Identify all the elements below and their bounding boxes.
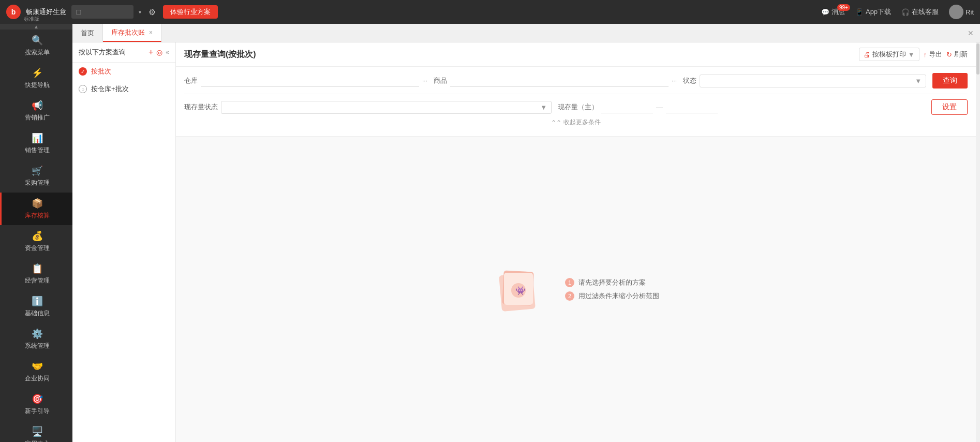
- sidebar-item-system[interactable]: ⚙️ 系统管理: [0, 323, 72, 356]
- filter-row-1: 仓库 ··· 商品 ··· 状态: [184, 73, 968, 89]
- amount-dash: —: [656, 104, 663, 111]
- user-avatar[interactable]: Rit: [949, 5, 974, 19]
- content-area: 首页 库存批次账 × ✕ 按以下方案查询 + ◎ «: [72, 24, 980, 442]
- print-chevron: ▼: [908, 51, 915, 58]
- online-service-icon: 🎧: [901, 8, 910, 16]
- goods-more[interactable]: ···: [672, 77, 677, 84]
- sidebar-label-enterprise: 企业协同: [25, 374, 50, 383]
- inventory-amount-min[interactable]: [601, 101, 653, 113]
- left-panel-header: 按以下方案查询 + ◎ «: [72, 42, 175, 63]
- left-panel-collapse-icon[interactable]: «: [166, 49, 169, 56]
- query-button[interactable]: 查询: [932, 73, 968, 89]
- status-select[interactable]: ▼: [700, 75, 926, 87]
- page-content: 按以下方案查询 + ◎ « ✓ 按批次 ○ 按仓库+批次: [72, 42, 980, 442]
- tab-bar: 首页 库存批次账 × ✕: [72, 24, 980, 42]
- empty-state: 👾 1 请先选择要分析的方案 2 用过滤条件来缩小分析范围: [176, 137, 976, 442]
- collapse-more-button[interactable]: ⌃⌃ 收起更多条件: [184, 115, 968, 130]
- topbar-gear-icon[interactable]: ⚙: [149, 7, 156, 17]
- filter-separator: [184, 94, 968, 94]
- sidebar-item-shortcut[interactable]: ⚡ 快捷导航: [0, 62, 72, 95]
- scheme-item-by-warehouse-batch[interactable]: ○ 按仓库+批次: [72, 80, 175, 98]
- filter-area: 仓库 ··· 商品 ··· 状态: [176, 67, 976, 137]
- app-download-button[interactable]: 📱 App下载: [855, 7, 891, 17]
- online-service-button[interactable]: 🎧 在线客服: [901, 7, 939, 17]
- sidebar-item-marketing[interactable]: 📢 营销推广: [0, 95, 72, 127]
- sidebar-label-inventory: 库存核算: [25, 211, 50, 220]
- settings-button[interactable]: 设置: [931, 99, 968, 115]
- svg-text:👾: 👾: [515, 286, 526, 296]
- warehouse-more[interactable]: ···: [422, 77, 427, 84]
- sidebar-item-operations[interactable]: 📋 经营管理: [0, 258, 72, 290]
- add-scheme-button[interactable]: +: [149, 48, 153, 57]
- sidebar-item-enterprise[interactable]: 🤝 企业协同: [0, 356, 72, 388]
- sales-icon: 📊: [32, 132, 43, 144]
- topbar-search[interactable]: ▢: [71, 5, 133, 19]
- sidebar-item-sales[interactable]: 📊 销售管理: [0, 127, 72, 160]
- sidebar-item-finance[interactable]: 💰 资金管理: [0, 225, 72, 258]
- tip-text-2: 用过滤条件来缩小分析范围: [578, 291, 659, 301]
- active-dot: ✓: [79, 67, 87, 76]
- right-scrollbar[interactable]: [976, 42, 980, 442]
- refresh-button[interactable]: ↻ 刷新: [946, 50, 968, 59]
- sidebar-label-appstore: 应用中心: [25, 439, 50, 442]
- sidebar-scroll-up[interactable]: ▲: [0, 24, 72, 30]
- left-panel-title: 按以下方案查询: [79, 48, 126, 57]
- warehouse-filter: 仓库 ···: [184, 75, 427, 87]
- sidebar-item-basic[interactable]: ℹ️ 基础信息: [0, 290, 72, 323]
- basic-icon: ℹ️: [32, 296, 43, 307]
- tab-close-x-button[interactable]: ✕: [961, 29, 980, 37]
- inventory-status-label: 现存量状态: [184, 102, 218, 112]
- warehouse-label: 仓库: [184, 76, 198, 85]
- filter-row-2: 现存量状态 ▼ 现存量（主） — 设置: [184, 99, 968, 115]
- tab-close-icon[interactable]: ×: [149, 29, 153, 36]
- sidebar-item-search[interactable]: 🔍 搜索菜单: [0, 30, 72, 62]
- target-icon[interactable]: ◎: [156, 48, 162, 56]
- app-logo: b: [6, 5, 21, 19]
- goods-label: 商品: [434, 76, 447, 85]
- sidebar-label-marketing: 营销推广: [25, 113, 50, 122]
- sidebar-item-appstore[interactable]: 🖥️ 应用中心: [0, 421, 72, 442]
- newbie-icon: 🎯: [32, 393, 43, 405]
- print-button[interactable]: 🖨 按模板打印 ▼: [859, 48, 919, 61]
- sidebar: ▲ 🔍 搜索菜单 ⚡ 快捷导航 📢 营销推广 📊 销售管理 🛒 采购管理 📦 库…: [0, 24, 72, 442]
- sidebar-item-purchase[interactable]: 🛒 采购管理: [0, 160, 72, 193]
- inventory-status-select[interactable]: ▼: [221, 101, 552, 114]
- print-icon: 🖨: [864, 51, 870, 58]
- empty-illustration: 👾: [493, 263, 544, 315]
- warehouse-input[interactable]: [201, 75, 419, 87]
- tab-home[interactable]: 首页: [72, 24, 103, 42]
- tip-num-2: 2: [565, 291, 574, 301]
- scrollbar-thumb: [976, 43, 979, 75]
- tab-inventory[interactable]: 库存批次账 ×: [103, 24, 161, 42]
- user-name: Rit: [966, 8, 974, 16]
- header-actions: 🖨 按模板打印 ▼ ↑ 导出 ↻ 刷新: [859, 48, 968, 61]
- app-download-label: App下载: [866, 7, 891, 17]
- search-icon: 🔍: [32, 35, 43, 46]
- sidebar-label-basic: 基础信息: [25, 309, 50, 318]
- scheme-item-by-batch[interactable]: ✓ 按批次: [72, 63, 175, 80]
- goods-input[interactable]: [450, 75, 669, 87]
- inventory-status-chevron: ▼: [540, 104, 547, 111]
- operations-icon: 📋: [32, 263, 43, 274]
- online-service-label: 在线客服: [912, 7, 939, 17]
- export-button[interactable]: ↑ 导出: [924, 50, 943, 59]
- message-button[interactable]: 💬 消息 99+: [821, 7, 845, 17]
- inventory-amount-max[interactable]: [666, 101, 718, 113]
- scheme-by-batch-label: 按批次: [91, 67, 111, 76]
- experience-btn[interactable]: 体验行业方案: [163, 5, 218, 19]
- system-icon: ⚙️: [32, 328, 43, 340]
- empty-tips: 1 请先选择要分析的方案 2 用过滤条件来缩小分析范围: [565, 278, 659, 301]
- inventory-amount-filter: 现存量（主） —: [558, 101, 925, 113]
- main-layout: ▲ 🔍 搜索菜单 ⚡ 快捷导航 📢 营销推广 📊 销售管理 🛒 采购管理 📦 库…: [0, 24, 980, 442]
- topbar-search-chevron[interactable]: ▾: [139, 9, 141, 15]
- message-icon: 💬: [821, 8, 829, 16]
- sidebar-item-newbie[interactable]: 🎯 新手引导: [0, 388, 72, 421]
- empty-content: 👾 1 请先选择要分析的方案 2 用过滤条件来缩小分析范围: [493, 263, 659, 315]
- collapse-label: 收起更多条件: [563, 118, 601, 127]
- tip-text-1: 请先选择要分析的方案: [578, 278, 646, 287]
- print-label: 按模板打印: [872, 50, 906, 59]
- message-badge: 99+: [837, 4, 850, 11]
- inventory-icon: 📦: [32, 198, 43, 209]
- avatar-img: [949, 5, 963, 19]
- sidebar-item-inventory[interactable]: 📦 库存核算: [0, 193, 72, 225]
